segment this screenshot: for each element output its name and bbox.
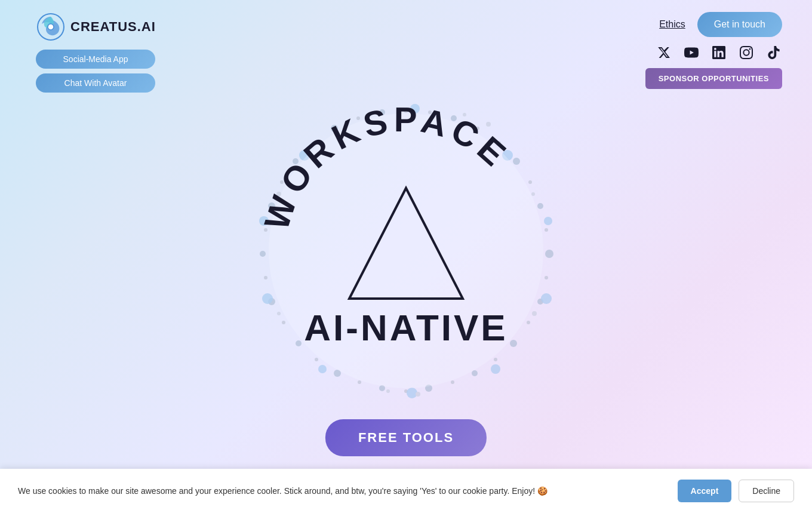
svg-point-24 (315, 358, 318, 361)
svg-point-17 (472, 370, 478, 376)
svg-point-25 (296, 340, 302, 346)
svg-point-10 (545, 228, 548, 232)
svg-point-22 (358, 380, 361, 384)
svg-point-7 (513, 158, 520, 165)
ethics-link[interactable]: Ethics (659, 19, 685, 30)
svg-point-29 (260, 251, 266, 257)
workspace-svg: WORKSPACE AI-NATIVE (221, 78, 591, 448)
free-tools-button[interactable]: FREE TOOLS (325, 419, 487, 456)
svg-point-43 (407, 388, 417, 398)
header-top-right: Ethics Get in touch (659, 12, 782, 37)
svg-point-40 (544, 217, 552, 225)
logo-icon (36, 12, 66, 42)
svg-point-14 (527, 321, 530, 324)
svg-text:AI-NATIVE: AI-NATIVE (304, 307, 508, 348)
svg-point-9 (537, 203, 543, 209)
svg-point-55 (277, 312, 281, 315)
svg-point-44 (318, 365, 327, 373)
accept-button[interactable]: Accept (678, 480, 732, 502)
svg-point-50 (416, 392, 420, 397)
cookie-banner: We use cookies to make our site awesome … (0, 469, 812, 513)
svg-point-12 (545, 276, 548, 279)
svg-point-41 (541, 293, 552, 304)
logo-link[interactable]: CREATUS.AI (36, 12, 156, 42)
svg-point-15 (510, 340, 517, 347)
svg-point-42 (491, 364, 500, 374)
logo-text: CREATUS.AI (70, 19, 156, 35)
svg-point-11 (545, 250, 553, 258)
get-in-touch-button[interactable]: Get in touch (697, 12, 782, 37)
cookie-message: We use cookies to make our site awesome … (18, 486, 678, 496)
header: CREATUS.AI Social-Media App Chat With Av… (0, 0, 812, 54)
svg-point-54 (532, 311, 537, 316)
svg-point-1 (48, 24, 54, 30)
hero-section: WORKSPACE AI-NATIVE (0, 48, 812, 477)
svg-point-28 (264, 276, 267, 279)
svg-point-8 (528, 180, 532, 184)
svg-point-53 (531, 192, 535, 196)
decline-button[interactable]: Decline (739, 480, 794, 502)
svg-point-30 (264, 228, 267, 232)
svg-point-18 (451, 380, 454, 384)
workspace-graphic: WORKSPACE AI-NATIVE (221, 78, 591, 448)
svg-point-16 (494, 358, 497, 361)
svg-point-51 (386, 389, 390, 393)
cookie-actions: Accept Decline (678, 480, 794, 502)
svg-point-26 (282, 321, 285, 324)
svg-point-45 (262, 293, 273, 304)
